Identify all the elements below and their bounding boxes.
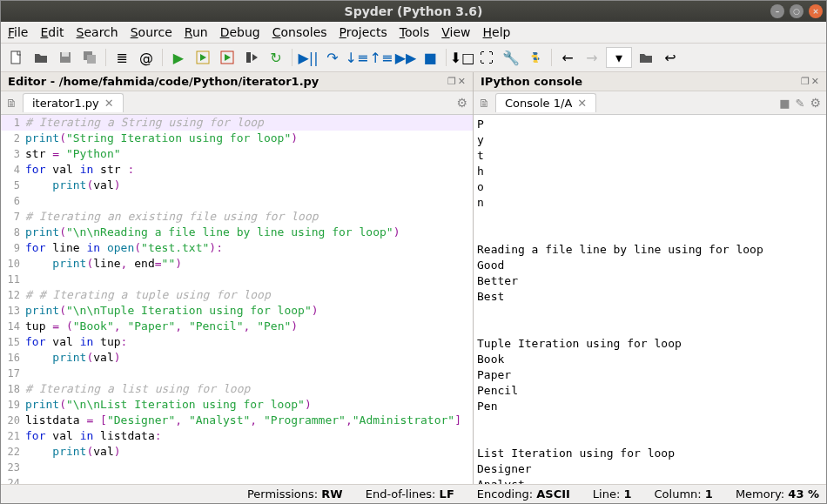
encoding-value: ASCII: [536, 487, 570, 501]
clear-icon[interactable]: ✎: [796, 97, 805, 110]
editor-line[interactable]: 19print("\n\nList Iteration using for lo…: [1, 397, 473, 413]
back-icon[interactable]: ←: [557, 47, 578, 68]
menu-debug[interactable]: Debug: [220, 25, 260, 39]
editor-tab[interactable]: iterator1.py ✕: [23, 93, 124, 112]
editor-line[interactable]: 11: [1, 272, 473, 287]
editor-line[interactable]: 24: [1, 475, 473, 484]
close-console-tab-icon[interactable]: ✕: [577, 97, 587, 110]
save-file-icon[interactable]: [55, 47, 76, 68]
menu-search[interactable]: Search: [77, 25, 118, 39]
editor-line[interactable]: 9for line in open("test.txt"):: [1, 240, 473, 256]
editor-line[interactable]: 12# # Iterating a tuple using for loop: [1, 287, 473, 303]
window-title: Spyder (Python 3.6): [345, 4, 483, 18]
menu-consoles[interactable]: Consoles: [272, 25, 327, 39]
debug-step-icon[interactable]: ↷: [322, 47, 343, 68]
console-output[interactable]: P y t h o n Reading a file line by line …: [474, 114, 826, 484]
editor-line[interactable]: 22 print(val): [1, 444, 473, 460]
minimize-button[interactable]: –: [770, 4, 784, 18]
forward-icon[interactable]: →: [582, 47, 602, 68]
svg-marker-6: [200, 54, 206, 61]
debug-continue-icon[interactable]: ▶▶: [395, 47, 416, 68]
debug-stop-icon[interactable]: ■: [420, 47, 440, 68]
editor-options-icon[interactable]: ⚙: [456, 96, 467, 110]
editor-line[interactable]: 20listdata = ["Designer", "Analyst", "Pr…: [1, 413, 473, 428]
cwd-dropdown[interactable]: ▾: [606, 47, 632, 68]
svg-marker-10: [252, 54, 258, 61]
close-pane-icon[interactable]: ✕: [458, 76, 466, 87]
editor-line[interactable]: 23: [1, 460, 473, 475]
console-tab-label: Console 1/A: [505, 97, 572, 110]
rerun-icon[interactable]: ↻: [266, 47, 286, 68]
mem-label: Memory:: [736, 487, 784, 501]
menu-edit[interactable]: Edit: [40, 25, 64, 39]
browse-folder-icon[interactable]: [635, 47, 656, 68]
svg-marker-8: [225, 54, 231, 61]
at-icon[interactable]: @: [136, 47, 157, 68]
editor-line[interactable]: 16 print(val): [1, 350, 473, 366]
preferences-icon[interactable]: 🔧: [501, 47, 521, 68]
python-path-icon[interactable]: [525, 47, 546, 68]
menu-file[interactable]: File: [8, 25, 28, 39]
new-file-icon[interactable]: [6, 47, 27, 68]
interrupt-icon[interactable]: ■: [779, 97, 790, 110]
menu-run[interactable]: Run: [185, 25, 208, 39]
editor-line[interactable]: 8print("\n\nReading a file line by line …: [1, 225, 473, 240]
editor-tab-label: iterator1.py: [32, 97, 99, 110]
status-bar: Permissions: RW End-of-lines: LF Encodin…: [1, 484, 826, 503]
menu-help[interactable]: Help: [483, 25, 511, 39]
debug-start-icon[interactable]: ▶||: [298, 47, 319, 68]
editor-line[interactable]: 15for val in tup:: [1, 334, 473, 350]
col-label: Column:: [655, 487, 702, 501]
mem-value: 43 %: [788, 487, 819, 501]
editor-line[interactable]: 14tup = ("Book", "Paper", "Pencil", "Pen…: [1, 319, 473, 334]
open-file-icon[interactable]: [30, 47, 51, 68]
editor-line[interactable]: 1# Iterating a String using for loop: [1, 115, 473, 131]
parent-folder-icon[interactable]: ↩: [660, 47, 681, 68]
console-options-icon[interactable]: ⚙: [810, 96, 821, 110]
menu-projects[interactable]: Projects: [340, 25, 387, 39]
run-cell-advance-icon[interactable]: [217, 47, 238, 68]
toolbar: ≣ @ ▶ ↻ ▶|| ↷ ↓≡ ↑≡ ▶▶ ■ ⬇□ ⛶ 🔧 ← → ▾ ↩: [1, 44, 826, 72]
editor-line[interactable]: 21for val in listdata:: [1, 428, 473, 444]
console-switcher-icon[interactable]: 🗎: [479, 97, 490, 110]
close-window-button[interactable]: ×: [809, 4, 823, 18]
editor-pane: Editor - /home/fahmida/code/Python/itera…: [1, 72, 474, 484]
editor-line[interactable]: 17: [1, 366, 473, 381]
editor-line[interactable]: 2print("String Iteration using for loop"…: [1, 131, 473, 146]
run-icon[interactable]: ▶: [168, 47, 189, 68]
debug-stepin-icon[interactable]: ↓≡: [346, 47, 367, 68]
console-tab[interactable]: Console 1/A ✕: [495, 93, 596, 112]
debug-stepout-icon[interactable]: ↑≡: [371, 47, 392, 68]
console-pane-title: IPython console: [481, 75, 582, 88]
editor-line[interactable]: 5 print(val): [1, 178, 473, 193]
run-cell-icon[interactable]: [192, 47, 213, 68]
run-selection-icon[interactable]: [241, 47, 262, 68]
permissions-value: RW: [321, 487, 342, 501]
editor-line[interactable]: 13print("\n\nTuple Iteration using for l…: [1, 303, 473, 319]
close-tab-icon[interactable]: ✕: [104, 97, 114, 110]
list-icon[interactable]: ≣: [111, 47, 132, 68]
import-icon[interactable]: ⬇□: [452, 47, 473, 68]
eol-label: End-of-lines:: [366, 487, 436, 501]
editor-line[interactable]: 3str = "Python": [1, 146, 473, 162]
col-value: 1: [705, 487, 713, 501]
maximize-pane-icon[interactable]: ⛶: [476, 47, 497, 68]
save-all-icon[interactable]: [79, 47, 100, 68]
editor-line[interactable]: 18# Iterating a list using for loop: [1, 381, 473, 397]
file-switcher-icon[interactable]: 🗎: [6, 97, 17, 110]
menu-source[interactable]: Source: [131, 25, 172, 39]
undock-icon[interactable]: ❐: [447, 76, 456, 87]
svg-rect-9: [246, 52, 251, 63]
undock-console-icon[interactable]: ❐: [801, 76, 810, 87]
editor-line[interactable]: 10 print(line, end=""): [1, 256, 473, 272]
svg-rect-4: [87, 55, 96, 64]
editor-line[interactable]: 4for val in str :: [1, 162, 473, 178]
eol-value: LF: [440, 487, 454, 501]
menu-view[interactable]: View: [441, 25, 470, 39]
editor-line[interactable]: 6: [1, 193, 473, 209]
editor-line[interactable]: 7# Iterating an existing file using for …: [1, 209, 473, 225]
menu-tools[interactable]: Tools: [400, 25, 430, 39]
code-editor[interactable]: 1# Iterating a String using for loop2pri…: [1, 114, 473, 484]
close-console-pane-icon[interactable]: ✕: [811, 76, 819, 87]
maximize-button[interactable]: ○: [790, 4, 803, 18]
